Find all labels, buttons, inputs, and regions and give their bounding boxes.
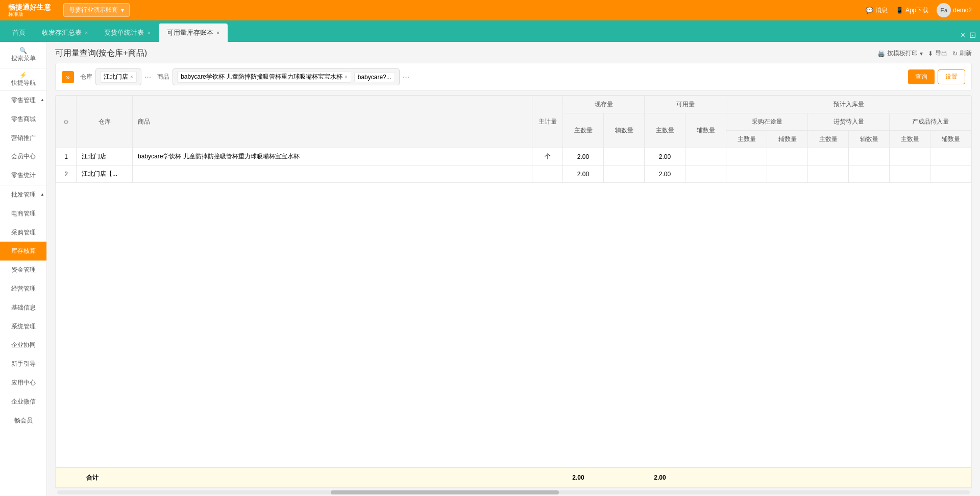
filter-expand-btn[interactable]: »: [62, 71, 74, 83]
sidebar-item-label: 畅会员: [14, 416, 33, 425]
main-layout: 🔍 搜索菜单 ⚡ 快捷导航 零售管理 零售商城 营销推广 会员中心 零售统计 批…: [0, 42, 980, 496]
close-order-icon[interactable]: ×: [147, 30, 150, 36]
page-title: 可用量查询(按仓库+商品): [55, 48, 147, 59]
tab-home[interactable]: 首页: [4, 23, 34, 42]
th-product-pending: 产成品待入量: [890, 113, 971, 131]
filter-warehouse-group: 仓库 江北门店 × ···: [80, 68, 151, 85]
close-receive-icon[interactable]: ×: [85, 30, 88, 36]
sidebar-item-app-center[interactable]: 应用中心: [0, 373, 46, 392]
sidebar-item-ecommerce[interactable]: 电商管理: [0, 204, 46, 223]
sidebar-item-label: 零售管理: [11, 96, 36, 105]
message-label: 消息: [875, 6, 888, 15]
org-selector[interactable]: 母婴行业演示账套 ▾: [63, 3, 130, 17]
tab-order[interactable]: 要货单统计表 ×: [96, 23, 158, 42]
sidebar-search[interactable]: 🔍 搜索菜单: [0, 42, 46, 68]
sidebar-item-label: 电商管理: [11, 209, 36, 218]
footer-label: 合计: [81, 474, 137, 482]
cell-product-pending-main: [890, 148, 930, 166]
app-logo: 畅捷通好生意 标准版: [8, 3, 51, 18]
sidebar-item-newbie[interactable]: 新手引导: [0, 355, 46, 373]
user-menu[interactable]: Ea demo2: [937, 3, 972, 17]
tab-receive[interactable]: 收发存汇总表 ×: [34, 23, 96, 42]
sidebar-item-retail-mgmt[interactable]: 零售管理: [0, 91, 46, 110]
product-more-icon[interactable]: ···: [403, 73, 409, 82]
sidebar-item-label: 应用中心: [11, 379, 36, 387]
cell-warehouse: 江北门店【...: [77, 166, 133, 183]
chevron-down-icon: ▾: [121, 7, 124, 14]
page-header: 可用量查询(按仓库+商品) 🖨️ 按模板打印 ▾ ⬇ 导出 ↻ 刷新: [47, 42, 980, 63]
sidebar-item-retail-mall[interactable]: 零售商城: [0, 110, 46, 129]
th-purchase-aux: 辅数量: [767, 131, 808, 148]
restore-window-btn[interactable]: ⊡: [969, 30, 976, 40]
tab-inventory[interactable]: 可用量库存账本 ×: [159, 23, 228, 42]
scroll-thumb[interactable]: [331, 490, 559, 494]
sidebar-item-inventory-check[interactable]: 库存核算: [0, 242, 46, 261]
sidebar-item-wholesale[interactable]: 批发管理: [0, 185, 46, 204]
sidebar-item-system[interactable]: 系统管理: [0, 317, 46, 336]
cell-unit: [532, 166, 563, 183]
remove-warehouse-icon[interactable]: ×: [130, 74, 133, 80]
username: demo2: [953, 7, 972, 14]
sidebar-item-purchase[interactable]: 采购管理: [0, 223, 46, 242]
warehouse-selector[interactable]: 江北门店 ×: [95, 68, 141, 85]
sidebar-item-label: 库存核算: [11, 247, 36, 255]
tab-order-label: 要货单统计表: [104, 28, 144, 37]
sidebar-item-finance[interactable]: 资金管理: [0, 261, 46, 279]
sidebar-item-label: 新手引导: [11, 360, 36, 368]
sidebar-item-label: 企业微信: [11, 397, 36, 406]
sidebar-item-label: 系统管理: [11, 322, 36, 331]
sidebar-item-retail-stats[interactable]: 零售统计: [0, 166, 46, 185]
th-purchase-main: 主数量: [726, 131, 767, 148]
sidebar-item-corp-wechat[interactable]: 企业微信: [0, 392, 46, 411]
close-inventory-icon[interactable]: ×: [216, 30, 219, 36]
query-btn[interactable]: 查询: [908, 69, 935, 84]
cell-inbound-main: [808, 148, 849, 166]
cell-inbound-aux: [849, 148, 890, 166]
export-icon: ⬇: [928, 50, 933, 57]
print-btn[interactable]: 🖨️ 按模板打印 ▾: [877, 49, 923, 58]
sidebar-item-basic[interactable]: 基础信息: [0, 298, 46, 317]
page-actions: 🖨️ 按模板打印 ▾ ⬇ 导出 ↻ 刷新: [877, 49, 972, 58]
sidebar-quick-nav[interactable]: ⚡ 快捷导航: [0, 68, 46, 91]
refresh-btn[interactable]: ↻ 刷新: [952, 49, 972, 58]
sidebar-item-enterprise[interactable]: 企业协同: [0, 336, 46, 355]
cell-purchase-main: [726, 148, 767, 166]
cell-product: [133, 166, 532, 183]
cell-seq: 1: [56, 148, 77, 166]
tab-receive-label: 收发存汇总表: [42, 28, 82, 37]
remove-product1-icon[interactable]: ×: [345, 74, 348, 80]
sidebar-item-member[interactable]: 会员中心: [0, 147, 46, 166]
sidebar-item-label: 企业协同: [11, 341, 36, 349]
chevron-down-icon: ▾: [920, 50, 923, 57]
table-row: 2 江北门店【... 2.00 2.00: [56, 166, 971, 183]
app-download-btn[interactable]: 📱 App下载: [896, 6, 928, 15]
logo-sub-text: 标准版: [8, 11, 51, 17]
th-available: 可用量: [645, 96, 726, 113]
sidebar-item-vip[interactable]: 畅会员: [0, 411, 46, 430]
th-product-aux: 辅数量: [930, 131, 971, 148]
th-stock-aux: 辅数量: [604, 113, 645, 148]
th-inbound-aux: 辅数量: [849, 131, 890, 148]
sidebar-quick-nav-label: 快捷导航: [4, 79, 42, 87]
sidebar-item-operation[interactable]: 经营管理: [0, 279, 46, 298]
cell-avail-main: 2.00: [645, 148, 685, 166]
tab-home-label: 首页: [12, 28, 26, 37]
export-label: 导出: [935, 49, 947, 58]
close-all-tabs-btn[interactable]: ×: [961, 31, 965, 40]
th-purchase-transit: 采购在途量: [726, 113, 808, 131]
cell-seq: 2: [56, 166, 77, 183]
top-bar-right: 💬 消息 📱 App下载 Ea demo2: [866, 3, 972, 17]
sidebar-item-label: 零售统计: [11, 171, 36, 180]
sidebar-item-label: 经营管理: [11, 285, 36, 293]
table-container: ⚙ 仓库 商品 主计量 现存量: [55, 95, 972, 467]
cell-avail-aux: [685, 148, 726, 166]
settings-btn[interactable]: 设置: [938, 69, 965, 84]
warehouse-more-icon[interactable]: ···: [144, 73, 151, 82]
sidebar-item-marketing[interactable]: 营销推广: [0, 129, 46, 148]
export-btn[interactable]: ⬇ 导出: [928, 49, 947, 58]
cell-stock-aux: [604, 166, 645, 183]
message-btn[interactable]: 💬 消息: [866, 6, 888, 15]
product-selector[interactable]: babycare学饮杯 儿童防摔防撞吸管杯重力球吸嘴杯宝宝水杯 × babyca…: [173, 68, 400, 85]
sidebar-item-label: 零售商城: [11, 115, 36, 124]
gear-icon[interactable]: ⚙: [63, 119, 69, 126]
